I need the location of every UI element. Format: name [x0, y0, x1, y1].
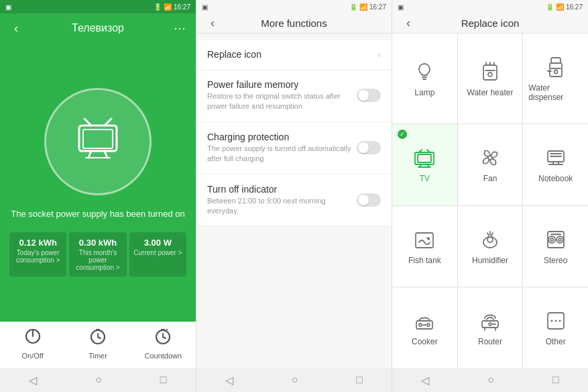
function-info-charging-protection: Charging protection The power supply is …: [207, 132, 357, 164]
back-nav-3[interactable]: ◁: [421, 374, 429, 387]
function-title-turn-off-indicator: Turn off indicator: [207, 184, 357, 195]
status-bar-right-2: 🔋 📶 16:27: [349, 3, 386, 11]
svg-rect-45: [416, 233, 433, 248]
home-nav-3[interactable]: ○: [487, 374, 494, 386]
status-bar-left-3: ▣: [398, 3, 404, 11]
icon-cell-tv[interactable]: TV: [392, 124, 457, 205]
function-info-power-failure: Power failure memory Restore to the orig…: [207, 79, 357, 112]
status-bar-right-1: 🔋 📶 16:27: [154, 3, 190, 11]
function-item-turn-off-indicator[interactable]: Turn off indicator Between 21:00 to 9:00…: [196, 175, 392, 227]
recents-nav-2[interactable]: □: [356, 374, 363, 386]
svg-point-59: [427, 324, 430, 326]
icon-cell-fan[interactable]: Fan: [458, 124, 523, 205]
arrow-icon-replace-icon: ›: [377, 49, 381, 60]
icon-cell-other[interactable]: Other: [523, 287, 588, 368]
home-nav-1[interactable]: ○: [95, 374, 102, 386]
status-bar-right-3: 🔋 📶 16:27: [546, 3, 583, 11]
panel3-title: Replace icon: [416, 17, 564, 29]
recents-nav-1[interactable]: □: [160, 374, 167, 386]
svg-line-50: [491, 233, 493, 236]
svg-rect-3: [83, 130, 113, 148]
icon-label-notebook: Notebook: [538, 174, 573, 183]
icon-cell-notebook[interactable]: Notebook: [523, 124, 588, 205]
toggle-charging-protection[interactable]: [357, 141, 381, 154]
function-item-replace-icon[interactable]: Replace icon ›: [196, 39, 392, 70]
panel2-title: More functions: [221, 17, 367, 29]
power-stats: 0.12 kWh Today's power consumption > 0.3…: [7, 232, 189, 277]
svg-point-58: [419, 324, 422, 326]
svg-point-55: [558, 238, 561, 241]
stat-month-value: 0.30 kWh: [73, 238, 122, 248]
icon-label-humidifier: Humidifier: [472, 256, 508, 265]
svg-rect-27: [551, 58, 561, 63]
stat-today[interactable]: 0.12 kWh Today's power consumption >: [9, 232, 66, 277]
function-info-turn-off-indicator: Turn off indicator Between 21:00 to 9:00…: [207, 184, 357, 217]
function-title-charging-protection: Charging protection: [207, 132, 357, 142]
app-icon-2: ▣: [202, 3, 208, 11]
function-item-charging-protection[interactable]: Charging protection The power supply is …: [196, 122, 392, 175]
back-button-1[interactable]: ‹: [8, 21, 24, 36]
tv-icon: [71, 113, 125, 170]
back-button-2[interactable]: ‹: [204, 16, 221, 30]
more-options-button-1[interactable]: ⋯: [172, 21, 188, 36]
stat-month[interactable]: 0.30 kWh This month's power consumption …: [69, 232, 126, 277]
icon-label-tv: TV: [420, 174, 430, 183]
function-title-replace-icon: Replace icon: [207, 49, 377, 60]
recents-nav-3[interactable]: □: [552, 374, 559, 386]
tab-timer-label: Timer: [89, 352, 107, 360]
icon-cell-stereo[interactable]: Stereo: [523, 206, 588, 287]
function-desc-charging-protection: The power supply is turned off automatic…: [207, 144, 357, 164]
toggle-power-failure[interactable]: [357, 89, 381, 102]
svg-point-30: [554, 70, 557, 74]
icon-label-other: Other: [546, 337, 566, 346]
home-nav-2[interactable]: ○: [292, 374, 298, 386]
stat-current[interactable]: 3.00 W Current power >: [129, 232, 186, 277]
svg-line-11: [98, 337, 101, 338]
battery-icon-1: 🔋: [154, 3, 162, 11]
back-nav-2[interactable]: ◁: [225, 374, 233, 387]
svg-point-52: [548, 236, 555, 243]
function-item-power-failure[interactable]: Power failure memory Restore to the orig…: [196, 70, 392, 122]
tab-countdown[interactable]: Countdown: [131, 328, 196, 360]
top-bar-1: ‹ Телевизор ⋯: [0, 13, 196, 43]
svg-rect-47: [487, 237, 493, 242]
icon-cell-water-heater[interactable]: Water heater: [458, 34, 523, 124]
function-desc-turn-off-indicator: Between 21:00 to 9:00 next morning every…: [207, 196, 357, 217]
panel2-header: ‹ More functions: [196, 13, 392, 34]
icon-cell-lamp[interactable]: Lamp: [392, 34, 457, 124]
icon-label-stereo: Stereo: [544, 256, 567, 265]
socket-status: The socket power supply has been turned …: [11, 209, 184, 219]
svg-point-26: [488, 72, 492, 77]
icon-cell-humidifier[interactable]: Humidifier: [458, 206, 523, 287]
icon-cell-water-dispenser[interactable]: Water dispenser: [523, 34, 588, 124]
icon-cell-router[interactable]: Router: [458, 287, 523, 368]
svg-line-48: [487, 233, 489, 236]
stat-today-value: 0.12 kWh: [13, 238, 62, 248]
icon-label-fan: Fan: [483, 174, 497, 183]
functions-list: Replace icon › Power failure memory Rest…: [196, 34, 392, 368]
svg-point-54: [556, 236, 563, 243]
main-content-1: The socket power supply has been turned …: [0, 43, 196, 322]
tv-circle: [44, 88, 152, 195]
onoff-icon: [24, 328, 42, 349]
toggle-turn-off-indicator[interactable]: [357, 193, 381, 207]
back-nav-1[interactable]: ◁: [29, 374, 37, 387]
back-button-3[interactable]: ‹: [400, 16, 416, 30]
status-bar-left-2: ▣: [202, 3, 208, 11]
bottom-tabs: On/Off Timer: [0, 322, 196, 368]
panel-replace-icon: ▣ 🔋 📶 16:27 ‹ Replace icon Lamp: [392, 0, 588, 392]
svg-rect-33: [418, 154, 431, 162]
svg-point-53: [550, 238, 553, 241]
stat-current-value: 3.00 W: [133, 238, 182, 248]
app-icon-1: ▣: [5, 3, 11, 11]
nav-bar-2: ◁ ○ □: [196, 368, 392, 392]
tab-onoff[interactable]: On/Off: [0, 328, 65, 360]
icon-label-water-heater: Water heater: [467, 88, 514, 97]
battery-icon-3: 🔋: [546, 3, 554, 11]
tab-timer[interactable]: Timer: [65, 328, 130, 360]
panel-tv-control: ▣ 🔋 📶 16:27 ‹ Телевизор ⋯: [0, 0, 196, 392]
icon-cell-fish-tank[interactable]: Fish tank: [392, 206, 457, 287]
signal-icon-3: 📶: [556, 3, 564, 11]
signal-icon-1: 📶: [164, 3, 172, 11]
icon-cell-cooker[interactable]: Cooker: [392, 287, 457, 368]
